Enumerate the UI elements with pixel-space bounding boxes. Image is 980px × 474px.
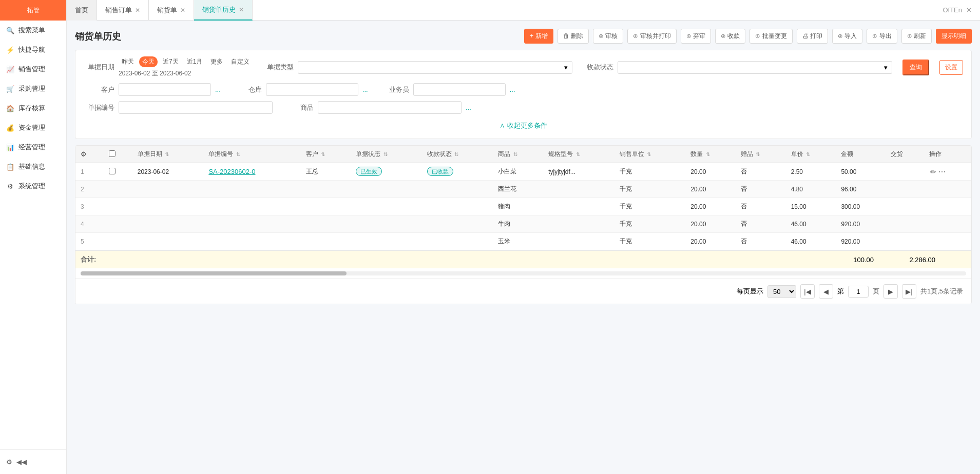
sidebar-item-sales[interactable]: 📈 销售管理 [0,60,66,79]
sidebar-bottom-settings[interactable]: ⚙ ◀◀ [0,454,66,470]
spec-sort-icon[interactable]: ⇅ [576,151,580,157]
page-prev-btn[interactable]: ◀ [819,284,833,299]
page-number-input[interactable] [848,286,869,298]
review-print-button[interactable]: ⊙ 审核并打印 [627,29,676,44]
page-size-select[interactable]: 50 20 100 [767,285,796,298]
delete-button[interactable]: 🗑 删除 [558,29,589,44]
date-badge-1month[interactable]: 近1月 [184,56,206,67]
warehouse-ellipsis[interactable]: ... [362,86,368,93]
operations-icon: 📊 [6,143,14,151]
tab-sales-history[interactable]: 销货单历史 ✕ [194,0,253,21]
sidebar-item-label: 库存核算 [18,104,45,113]
show-detail-button[interactable]: 显示明细 [936,29,972,44]
doc-no-input[interactable] [119,101,273,114]
settings-icon: ⚙ [6,458,12,466]
gear-icon[interactable]: ⚙ [81,150,87,158]
filter-row-3: 单据编号 商品 ... [84,101,963,114]
date-badge-custom[interactable]: 自定义 [228,56,253,67]
scrollbar-track [81,271,966,275]
tab-sales-order[interactable]: 销售订单 ✕ [97,0,149,21]
tab-sales-order-close[interactable]: ✕ [135,7,140,14]
pay-status-select[interactable]: ▾ [618,61,892,74]
close-window-btn[interactable]: ✕ [966,6,972,14]
collapse-row[interactable]: ∧ 收起更多条件 [84,119,963,132]
goods-sort-icon[interactable]: ⇅ [513,151,517,157]
date-badge-today[interactable]: 今天 [139,56,158,67]
customer-input[interactable] [119,83,211,96]
abandon-button[interactable]: ⊙ 弃审 [681,29,711,44]
collect-button[interactable]: ⊙ 收款 [715,29,745,44]
unit-sort-icon[interactable]: ⇅ [647,151,651,157]
cell-spec [543,181,614,198]
review-button[interactable]: ⊙ 审核 [593,29,623,44]
select-all-checkbox[interactable] [109,150,116,157]
cell-pay-status [422,215,493,233]
col-gear[interactable]: ⚙ [75,146,104,163]
import-button[interactable]: ⊙ 导入 [832,29,862,44]
page-title: 销货单历史 [75,30,121,43]
sidebar-item-system[interactable]: ⚙ 系统管理 [0,176,66,196]
date-badge-more[interactable]: 更多 [207,56,226,67]
doc-no-link[interactable]: SA-20230602-0 [208,168,255,175]
col-operation: 操作 [924,146,971,163]
price-sort-icon[interactable]: ⇅ [806,151,810,157]
agent-ellipsis[interactable]: ... [510,86,515,93]
collapse-icon: ◀◀ [16,458,27,466]
doc-type-select[interactable]: ▾ [298,61,572,74]
date-badge-7days[interactable]: 近7天 [160,56,182,67]
cell-date [132,198,204,215]
date-sort-icon[interactable]: ⇅ [165,151,169,157]
cell-checkbox [104,215,132,233]
sidebar-item-search[interactable]: 🔍 搜索菜单 [0,21,66,40]
batch-change-button[interactable]: ⊙ 批量变更 [750,29,792,44]
customer-ellipsis[interactable]: ... [215,86,221,93]
row-checkbox[interactable] [109,168,116,174]
export-button[interactable]: ⊙ 导出 [867,29,897,44]
sidebar-item-inventory[interactable]: 🏠 库存核算 [0,98,66,118]
query-button[interactable]: 查询 [902,60,929,75]
page-first-btn[interactable]: |◀ [800,284,815,299]
sidebar-item-label: 搜索菜单 [18,26,45,35]
cell-unit: 千克 [614,233,686,250]
customer-sort-icon[interactable]: ⇅ [321,151,325,157]
tab-sales-delivery-close[interactable]: ✕ [180,7,185,14]
edit-btn[interactable]: ✏ [930,168,936,176]
cell-qty: 20.00 [685,233,736,250]
tab-home[interactable]: 首页 [67,0,97,21]
settings-filter-button[interactable]: 设置 [939,60,963,75]
date-badge-yesterday[interactable]: 昨天 [119,56,137,67]
page-next-btn[interactable]: ▶ [883,284,898,299]
qty-sort-icon[interactable]: ⇅ [706,151,710,157]
sidebar-item-finance[interactable]: 💰 资金管理 [0,118,66,137]
tab-sales-delivery[interactable]: 销货单 ✕ [149,0,194,21]
goods-input[interactable] [318,101,462,114]
system-icon: ⚙ [6,182,14,190]
docstatus-sort-icon[interactable]: ⇅ [383,151,388,157]
tab-sales-history-close[interactable]: ✕ [239,6,244,13]
cell-amount: 50.00 [836,163,886,181]
horizontal-scrollbar[interactable] [75,268,971,279]
col-unit: 销售单位 ⇅ [614,146,686,163]
paystatus-sort-icon[interactable]: ⇅ [454,151,458,157]
more-btn[interactable]: ⋯ [938,168,946,176]
sidebar-item-operations[interactable]: 📊 经营管理 [0,137,66,157]
cell-index: 1 [75,163,104,181]
goods-ellipsis[interactable]: ... [466,104,471,111]
cell-index: 3 [75,198,104,215]
agent-input[interactable] [413,83,506,96]
docno-sort-icon[interactable]: ⇅ [236,151,240,157]
col-date: 单据日期 ⇅ [132,146,204,163]
sidebar-item-purchase[interactable]: 🛒 采购管理 [0,79,66,98]
sidebar-bottom: ⚙ ◀◀ [0,449,66,474]
warehouse-input[interactable] [266,83,358,96]
cell-date [132,215,204,233]
print-button[interactable]: 🖨 打印 [797,29,828,44]
refresh-button[interactable]: ⊙ 刷新 [901,29,932,44]
cell-index: 4 [75,215,104,233]
page-last-btn[interactable]: ▶| [902,284,916,299]
gift-sort-icon[interactable]: ⇅ [756,151,760,157]
cell-goods: 猪肉 [493,198,543,215]
sidebar-item-basic-info[interactable]: 📋 基础信息 [0,157,66,176]
new-button[interactable]: + 新增 [524,29,553,44]
sidebar-item-quick-nav[interactable]: ⚡ 快捷导航 [0,40,66,60]
